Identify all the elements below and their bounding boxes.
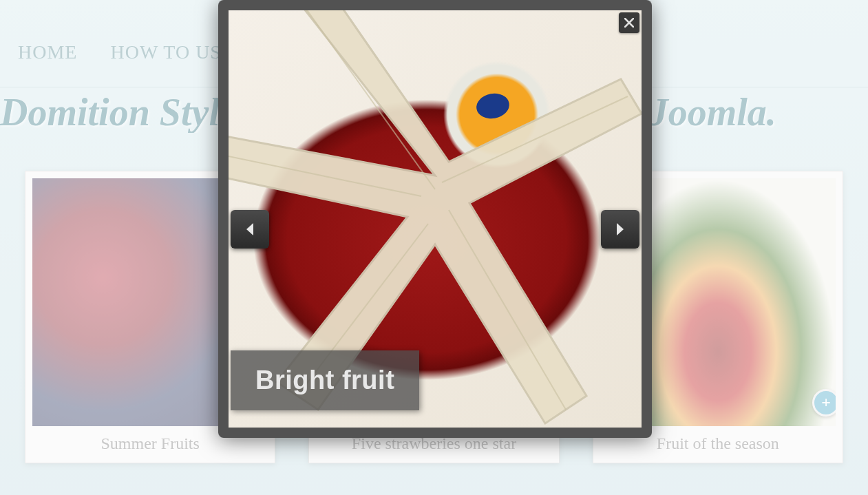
lightbox: Bright fruit: [218, 0, 652, 438]
next-button[interactable]: [601, 210, 639, 249]
lightbox-caption: Bright fruit: [255, 366, 394, 394]
prev-button[interactable]: [231, 210, 269, 249]
arrow-left-icon: [244, 222, 256, 237]
lightbox-caption-box: Bright fruit: [231, 350, 419, 410]
close-button[interactable]: [619, 12, 639, 33]
lightbox-content: Bright fruit: [229, 10, 642, 428]
arrow-right-icon: [614, 222, 626, 237]
fruit-sticker: [474, 91, 511, 121]
close-icon: [624, 18, 634, 28]
